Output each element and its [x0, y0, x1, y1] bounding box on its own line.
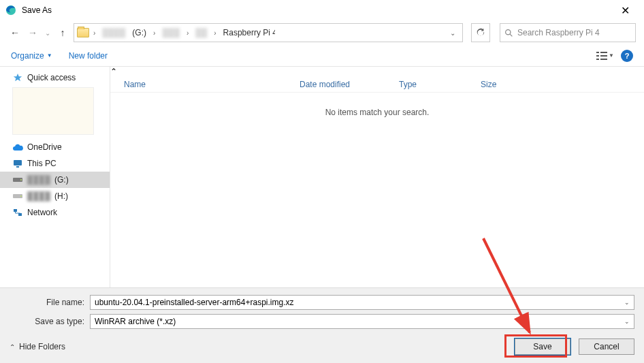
- svg-line-2: [510, 34, 512, 36]
- organize-label: Organize: [11, 51, 44, 61]
- filename-input[interactable]: ubuntu-20.04.1-preinstalled-server-arm64…: [90, 295, 634, 310]
- address-dropdown-icon[interactable]: ⌄: [446, 29, 460, 37]
- window-title: Save As: [22, 5, 611, 15]
- svg-rect-7: [596, 59, 599, 60]
- search-icon: [504, 29, 513, 37]
- svg-rect-4: [600, 52, 607, 53]
- sort-indicator-icon: ⌃: [110, 67, 117, 76]
- filename-value: ubuntu-20.04.1-preinstalled-server-arm64…: [95, 298, 293, 307]
- breadcrumb-redacted-1[interactable]: ████: [99, 27, 128, 39]
- type-value: WinRAR archive (*.xz): [95, 317, 176, 326]
- sidebar-item-drive-h[interactable]: ████ (H:): [0, 188, 110, 204]
- view-options-button[interactable]: ▼: [596, 52, 614, 60]
- empty-message: No items match your search.: [110, 108, 644, 117]
- sidebar-item-label: Quick access: [27, 73, 76, 82]
- drive-icon: [12, 174, 23, 185]
- breadcrumb-current[interactable]: Raspberry Pi 4: [221, 27, 275, 39]
- sidebar-item-label: (G:): [54, 175, 69, 185]
- organize-button[interactable]: Organize ▼: [11, 51, 52, 61]
- history-dropdown-icon[interactable]: ⌄: [45, 29, 50, 37]
- chevron-up-icon: ⌃: [10, 343, 15, 351]
- cloud-icon: [12, 142, 23, 153]
- sidebar-item-label: This PC: [27, 159, 57, 168]
- breadcrumb-sep-icon: ›: [211, 29, 219, 37]
- hide-folders-label: Hide Folders: [19, 342, 65, 351]
- chevron-down-icon[interactable]: ⌄: [624, 299, 630, 306]
- main-area: Quick access OneDrive This PC ████ (G:) …: [0, 67, 644, 291]
- type-label: Save as type:: [10, 317, 84, 326]
- back-button[interactable]: ←: [8, 26, 22, 40]
- search-box[interactable]: [500, 23, 636, 42]
- svg-marker-9: [14, 74, 22, 81]
- edge-icon: [5, 5, 16, 16]
- breadcrumb-redacted-2[interactable]: ███: [159, 27, 182, 39]
- sidebar-item-quick-access[interactable]: Quick access: [0, 69, 110, 86]
- file-list-pane[interactable]: ⌃ Name Date modified Type Size No items …: [110, 67, 644, 291]
- svg-rect-5: [596, 55, 599, 57]
- bottom-panel: File name: ubuntu-20.04.1-preinstalled-s…: [0, 287, 644, 363]
- sidebar-item-label-redacted: ████: [27, 191, 50, 201]
- drive-icon: [12, 191, 23, 202]
- breadcrumb-sep-icon: ›: [91, 29, 98, 37]
- svg-rect-8: [600, 59, 607, 60]
- folder-icon: [77, 28, 89, 37]
- svg-rect-3: [596, 52, 599, 53]
- toolbar: Organize ▼ New folder ▼ ?: [0, 45, 644, 67]
- up-button[interactable]: ↑: [56, 26, 69, 40]
- pc-icon: [12, 158, 23, 169]
- network-icon: [12, 207, 23, 218]
- titlebar: Save As ✕: [0, 0, 644, 20]
- sidebar-item-this-pc[interactable]: This PC: [0, 155, 110, 172]
- svg-rect-16: [14, 209, 17, 212]
- chevron-down-icon[interactable]: ⌄: [624, 318, 630, 325]
- new-folder-button[interactable]: New folder: [69, 51, 108, 61]
- sidebar-item-label: OneDrive: [27, 142, 62, 152]
- column-type[interactable]: Type: [399, 80, 481, 89]
- address-bar[interactable]: › ████ (G:) › ███ › ██ › Raspberry Pi 4 …: [74, 23, 463, 42]
- svg-rect-17: [18, 213, 22, 216]
- breadcrumb-drive[interactable]: (G:): [129, 27, 149, 39]
- column-name[interactable]: Name: [124, 80, 300, 89]
- cancel-button[interactable]: Cancel: [579, 338, 634, 355]
- chevron-down-icon: ▼: [47, 52, 52, 59]
- search-input[interactable]: [517, 28, 631, 37]
- column-date[interactable]: Date modified: [300, 80, 399, 89]
- hide-folders-button[interactable]: ⌃ Hide Folders: [10, 342, 65, 351]
- forward-button[interactable]: →: [26, 26, 39, 40]
- svg-rect-11: [16, 166, 19, 168]
- refresh-button[interactable]: [471, 23, 490, 42]
- sidebar-item-label: (H:): [54, 191, 68, 201]
- breadcrumb-redacted-3[interactable]: ██: [193, 27, 210, 39]
- column-size[interactable]: Size: [481, 80, 549, 89]
- sidebar-item-drive-g[interactable]: ████ (G:): [0, 172, 110, 188]
- svg-point-13: [20, 179, 22, 180]
- nav-row: ← → ⌄ ↑ › ████ (G:) › ███ › ██ › Raspber…: [0, 20, 644, 45]
- sidebar-item-network[interactable]: Network: [0, 204, 110, 221]
- svg-point-15: [20, 195, 22, 197]
- star-icon: [12, 72, 23, 83]
- svg-point-1: [506, 29, 511, 34]
- filename-label: File name:: [10, 298, 84, 307]
- breadcrumb-sep-icon: ›: [150, 29, 158, 37]
- sidebar-item-onedrive[interactable]: OneDrive: [0, 139, 110, 155]
- type-select[interactable]: WinRAR archive (*.xz) ⌄: [90, 314, 634, 329]
- save-button[interactable]: Save: [515, 338, 570, 355]
- svg-rect-10: [14, 160, 22, 165]
- close-icon[interactable]: ✕: [611, 4, 639, 17]
- sidebar-item-label: Network: [27, 208, 57, 217]
- breadcrumb-sep-icon: ›: [184, 29, 191, 37]
- quick-access-thumb[interactable]: [12, 87, 94, 135]
- column-headers: Name Date modified Type Size: [110, 76, 644, 93]
- help-button[interactable]: ?: [621, 50, 633, 62]
- sidebar-item-label-redacted: ████: [27, 175, 50, 185]
- svg-rect-6: [600, 55, 607, 57]
- nav-pane: Quick access OneDrive This PC ████ (G:) …: [0, 67, 110, 291]
